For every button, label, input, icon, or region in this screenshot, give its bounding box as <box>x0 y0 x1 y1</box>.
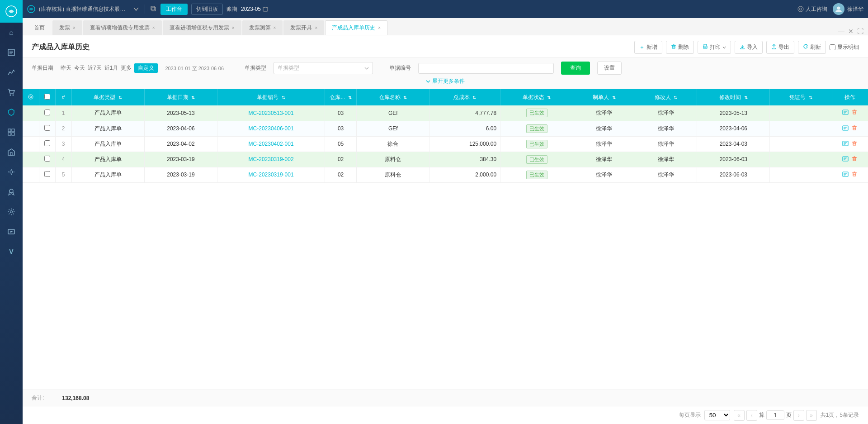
docdate-col-header[interactable]: 单据日期 ⇅ <box>144 89 217 105</box>
import-button[interactable]: 导入 <box>735 41 763 54</box>
window-maximize[interactable]: ⛶ <box>857 28 863 35</box>
delete-row-icon[interactable] <box>851 125 858 133</box>
delete-button[interactable]: 删除 <box>666 41 694 54</box>
tab-invoice-calc[interactable]: 发票测算 × <box>242 20 283 35</box>
support-area[interactable]: 人工咨询 <box>797 5 827 13</box>
edit-icon[interactable] <box>842 109 849 117</box>
row-checkbox[interactable] <box>44 156 50 162</box>
delete-row-icon[interactable] <box>851 171 858 179</box>
window-minimize[interactable]: — <box>838 28 844 35</box>
select-all-checkbox[interactable] <box>44 94 50 100</box>
column-settings-icon[interactable] <box>28 94 34 100</box>
expand-conditions-btn[interactable]: 展开更多条件 <box>426 77 465 85</box>
docno-cell[interactable]: MC-20230402-001 <box>217 136 325 152</box>
doc-link[interactable]: MC-20230406-001 <box>249 125 294 132</box>
doc-status-col-header[interactable]: 单据状态 ⇅ <box>500 89 573 105</box>
user-area[interactable]: 徐泽华 <box>833 3 863 15</box>
shortcut-yesterday[interactable]: 昨天 <box>61 64 71 72</box>
sidebar-item-badge[interactable] <box>0 182 23 202</box>
docno-col-header[interactable]: 单据编号 ⇅ <box>217 89 325 105</box>
delete-row-icon[interactable] <box>851 109 858 117</box>
sidebar-item-settings[interactable] <box>0 202 23 222</box>
new-button[interactable]: ＋ 新增 <box>634 41 662 54</box>
shortcut-7days[interactable]: 近7天 <box>88 64 102 72</box>
doc-no-input[interactable] <box>418 63 554 74</box>
doc-link[interactable]: MC-20230402-001 <box>249 141 294 147</box>
search-button[interactable]: 查询 <box>561 62 590 75</box>
tab-invoice-close[interactable]: × <box>73 25 75 30</box>
shortcut-today[interactable]: 今天 <box>74 64 85 72</box>
prev-page-btn[interactable]: ‹ <box>746 410 757 421</box>
checkbox-cell[interactable] <box>39 136 55 152</box>
tab-invoice-open[interactable]: 发票开具 × <box>283 20 324 35</box>
settings-col-header[interactable] <box>23 89 39 105</box>
calendar-icon[interactable] <box>263 6 268 12</box>
tab-home[interactable]: 首页 <box>27 20 52 35</box>
tab-product-receipt-close[interactable]: × <box>378 25 381 30</box>
modify-time-col-header[interactable]: 修改时间 ⇅ <box>697 89 770 105</box>
window-close[interactable]: ✕ <box>848 28 854 35</box>
tab-invoice-open-close[interactable]: × <box>315 25 317 30</box>
sidebar-item-security[interactable] <box>0 102 23 122</box>
page-input[interactable] <box>766 410 784 420</box>
sidebar-item-document[interactable] <box>0 43 23 62</box>
docno-cell[interactable]: MC-20230319-001 <box>217 167 325 182</box>
edit-icon[interactable] <box>842 140 849 148</box>
settings-filter-button[interactable]: 设置 <box>597 62 622 75</box>
row-checkbox[interactable] <box>44 110 50 115</box>
edit-icon[interactable] <box>842 125 849 133</box>
checkbox-cell[interactable] <box>39 121 55 136</box>
docno-cell[interactable]: MC-20230319-002 <box>217 152 325 167</box>
tab-purchase-vat[interactable]: 查看进项增值税专用发票 × <box>163 20 241 35</box>
checkbox-cell[interactable] <box>39 167 55 182</box>
edit-icon[interactable] <box>842 171 849 179</box>
shortcut-more[interactable]: 更多 <box>121 64 132 72</box>
tab-product-receipt[interactable]: 产成品入库单历史 × <box>325 20 387 35</box>
docno-cell[interactable]: MC-20230406-001 <box>217 121 325 136</box>
tab-invoice[interactable]: 发票 × <box>52 20 82 35</box>
edit-icon[interactable] <box>842 156 849 163</box>
doc-type-select[interactable]: 单据类型 <box>274 62 373 74</box>
switch-old-button[interactable]: 切到旧版 <box>191 4 223 15</box>
checkbox-cell[interactable] <box>39 105 55 121</box>
wh-code-col-header[interactable]: 仓库... ⇅ <box>325 89 357 105</box>
last-page-btn[interactable]: » <box>806 410 817 421</box>
sidebar-item-media[interactable] <box>0 222 23 242</box>
checkbox-col-header[interactable] <box>39 89 55 105</box>
row-checkbox[interactable] <box>44 171 50 177</box>
workspace-button[interactable]: 工作台 <box>160 4 188 15</box>
date-custom-btn[interactable]: 自定义 <box>134 63 158 73</box>
creator-col-header[interactable]: 制单人 ⇅ <box>573 89 635 105</box>
shortcut-1month[interactable]: 近1月 <box>104 64 118 72</box>
app-logo[interactable] <box>0 0 23 23</box>
voucher-col-header[interactable]: 凭证号 ⇅ <box>770 89 832 105</box>
delete-row-icon[interactable] <box>851 156 858 163</box>
row-checkbox[interactable] <box>44 140 50 146</box>
first-page-btn[interactable]: « <box>734 410 745 421</box>
show-detail-checkbox[interactable] <box>830 44 835 50</box>
doc-link[interactable]: MC-20230319-001 <box>249 172 294 178</box>
doctype-col-header[interactable]: 单据类型 ⇅ <box>71 89 144 105</box>
print-button[interactable]: 打印 <box>698 41 731 54</box>
total-cost-col-header[interactable]: 总成本 ⇅ <box>429 89 500 105</box>
next-page-btn[interactable]: › <box>793 410 804 421</box>
sidebar-item-version[interactable]: V <box>0 242 23 262</box>
export-button[interactable]: 导出 <box>766 41 794 54</box>
tab-invoice-calc-close[interactable]: × <box>274 25 276 30</box>
refresh-button[interactable]: 刷新 <box>798 41 826 54</box>
sidebar-item-grid[interactable] <box>0 122 23 142</box>
wh-name-col-header[interactable]: 仓库名称 ⇅ <box>357 89 429 105</box>
tab-sales-vat[interactable]: 查看销项增值税专用发票 × <box>83 20 162 35</box>
doc-link[interactable]: MC-20230513-001 <box>249 110 294 116</box>
sidebar-item-chart[interactable] <box>0 62 23 82</box>
delete-row-icon[interactable] <box>851 140 858 148</box>
sidebar-item-warehouse[interactable] <box>0 142 23 162</box>
company-dropdown-icon[interactable] <box>133 6 139 12</box>
tab-purchase-vat-close[interactable]: × <box>232 25 235 30</box>
page-size-select[interactable]: 10 20 50 100 <box>704 410 730 420</box>
copy-icon[interactable] <box>151 6 157 12</box>
sidebar-item-shopping[interactable] <box>0 82 23 102</box>
row-checkbox[interactable] <box>44 125 50 131</box>
sidebar-item-home[interactable]: ⌂ <box>0 23 23 43</box>
doc-link[interactable]: MC-20230319-002 <box>249 156 294 162</box>
